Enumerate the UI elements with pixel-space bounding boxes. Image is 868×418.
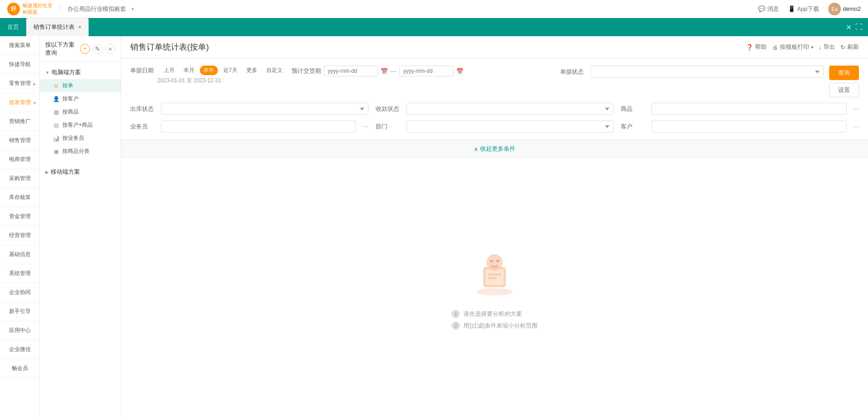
svg-point-5 [496,260,499,262]
page-title: 销售订单统计表(按单) [130,42,209,52]
sidebar-item-sales[interactable]: 销售管理 [0,131,39,150]
goods-label: 商品 [621,105,648,113]
this-year-btn[interactable]: 本年 [200,66,218,75]
salesperson-input[interactable] [161,120,356,133]
sidebar-item-new-guide[interactable]: 新手引导 [0,302,39,321]
user-name: demo2 [843,5,861,12]
export-action[interactable]: ↓ 导出 [819,43,835,51]
user-profile[interactable]: Ea demo2 [828,3,861,15]
empty-state: 1 请先选择要分析的方案 2 用[过滤]条件来缩小分析范围 [121,158,868,418]
delivery-date-end-input[interactable] [399,66,453,76]
filter-section: 单据日期 上月 本月 本年 近7天 更多 自定义 2023-01-01 至 20… [121,58,868,140]
sidebar-item-search-menu[interactable]: 搜索菜单 [0,36,39,55]
add-scheme-btn[interactable]: + [80,44,90,54]
sidebar-item-base-info[interactable]: 基础信息 [0,245,39,264]
print-icon: 🖨 [772,44,778,51]
message-action[interactable]: 💬 消息 [758,5,779,13]
more-date-btn[interactable]: 更多 [243,66,261,75]
top-bar-right: 💬 消息 📱 App下载 Ea demo2 [758,3,861,15]
tip-num-1: 1 [452,310,460,318]
refresh-icon: ↻ [840,44,845,51]
help-action[interactable]: ❓ 帮助 [746,43,767,51]
goods-input[interactable] [651,103,846,115]
breadcrumb-dropdown-icon[interactable]: ▾ [132,6,134,11]
last-month-btn[interactable]: 上月 [160,66,178,75]
by-product-icon: ▦ [52,109,60,116]
tab-home[interactable]: 首页 [0,18,26,36]
sidebar-item-marketing[interactable]: 营销推广 [0,112,39,131]
delivery-date-start-input[interactable] [324,66,378,76]
sidebar-item-wholesale[interactable]: 批发管理 [0,93,39,112]
tab-close-icon[interactable]: × [78,24,81,30]
logo-icon: 好 [7,3,20,15]
calendar-start-icon[interactable]: 📅 [381,68,388,75]
department-select[interactable] [406,120,614,133]
left-panel-title: 按以下方案查询 [45,41,80,57]
page-header: 销售订单统计表(按单) ❓ 帮助 🖨 按模板打印 ▾ ↓ 导出 ↻ 刷新 [121,36,868,58]
sidebar-item-ops[interactable]: 经营管理 [0,226,39,245]
goods-dots[interactable]: ··· [853,105,859,113]
custom-date-btn[interactable]: 自定义 [263,66,286,75]
order-status-label: 单据状态 [560,68,587,76]
customer-input[interactable] [651,120,846,133]
sidebar-item-retail[interactable]: 零售管理 [0,74,39,93]
date-filter-label: 单据日期 [130,66,157,75]
sidebar-item-app-center[interactable]: 应用中心 [0,321,39,340]
salesperson-dots[interactable]: ··· [362,123,368,131]
expected-delivery-label: 预计交货期 [292,67,321,75]
date-shortcuts: 上月 本月 本年 近7天 更多 自定义 [160,66,286,75]
collapse-panel-btn[interactable]: « [105,44,115,54]
tree-item-by-customer[interactable]: 👤 按客户 [40,92,121,105]
this-month-btn[interactable]: 本月 [180,66,198,75]
svg-rect-6 [488,274,501,276]
message-label: 消息 [767,5,779,13]
tree-item-by-category[interactable]: ▣ 按商品分类 [40,145,121,158]
app-download-icon: 📱 [788,5,795,12]
tree-item-by-product[interactable]: ▦ 按商品 [40,105,121,119]
empty-tips: 1 请先选择要分析的方案 2 用[过滤]条件来缩小分析范围 [452,310,537,330]
sidebar-item-corp-collab[interactable]: 企业协同 [0,283,39,302]
refresh-action[interactable]: ↻ 刷新 [840,43,859,51]
settings-btn[interactable]: 设置 [829,83,859,97]
tab-expand-btn[interactable]: ⛶ [855,23,863,31]
tree-group-mobile[interactable]: ▶ 移动端方案 [40,165,121,179]
tip-num-2: 2 [452,322,460,330]
tree-expand-icon: ▼ [45,70,50,75]
svg-rect-7 [488,277,497,279]
sidebar-item-membership[interactable]: 畅会员 [0,359,39,378]
calendar-end-icon[interactable]: 📅 [456,68,463,75]
tab-order-stats[interactable]: 销售订单统计表 × [26,18,89,36]
tree-group-pc[interactable]: ▼ 电脑端方案 [40,66,121,79]
tree-item-by-order[interactable]: ⊙ 按单 [40,79,121,92]
tab-close-window-btn[interactable]: ✕ [846,23,852,32]
department-cell: 部门 [376,120,614,133]
sidebar: 搜索菜单 快捷导航 零售管理 批发管理 营销推广 销售管理 电商管理 采购管理 … [0,36,40,418]
sidebar-item-ecom[interactable]: 电商管理 [0,150,39,169]
tree-item-by-salesperson[interactable]: 📊 按业务员 [40,132,121,145]
tree-item-by-cust-prod[interactable]: ▤ 按客户+商品 [40,119,121,132]
last7-btn[interactable]: 近7天 [220,66,241,75]
app-download-label: App下载 [797,5,819,13]
query-btn[interactable]: 查询 [829,66,859,80]
out-status-label: 出库状态 [130,105,157,113]
customer-dots[interactable]: ··· [853,123,859,131]
payment-status-select[interactable] [406,103,614,115]
template-print-action[interactable]: 🖨 按模板打印 ▾ [772,43,813,51]
by-order-icon: ⊙ [52,82,60,90]
empty-illustration [467,247,522,301]
sidebar-item-purchase[interactable]: 采购管理 [0,169,39,188]
print-dropdown-icon: ▾ [811,45,813,50]
sidebar-item-finance[interactable]: 资金管理 [0,207,39,226]
sidebar-item-inventory[interactable]: 库存核算 [0,188,39,207]
out-status-select[interactable] [161,103,368,115]
sidebar-item-corp-wechat[interactable]: 企业微信 [0,340,39,359]
order-status-select[interactable] [590,66,824,78]
top-bar: 好 畅捷通好生意 标版版 办公用品行业模拟账套 ▾ 💬 消息 📱 App下载 E… [0,0,868,18]
main-layout: 搜索菜单 快捷导航 零售管理 批发管理 营销推广 销售管理 电商管理 采购管理 … [0,36,868,418]
edit-scheme-btn[interactable]: ✎ [93,44,103,54]
avatar: Ea [828,3,841,15]
sidebar-item-sys[interactable]: 系统管理 [0,264,39,283]
collapse-conditions-btn[interactable]: ∧ 收起更多条件 [474,145,515,153]
sidebar-item-quick-nav[interactable]: 快捷导航 [0,55,39,74]
app-download-action[interactable]: 📱 App下载 [788,5,819,13]
